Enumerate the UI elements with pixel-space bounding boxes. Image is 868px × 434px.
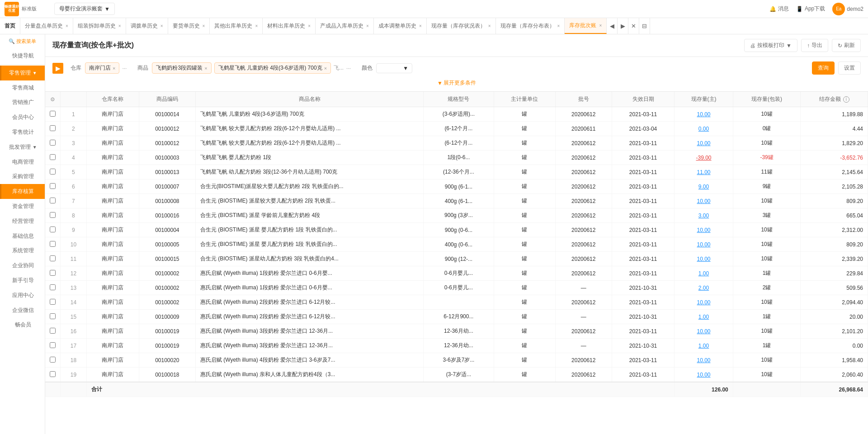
tab-menu-btn[interactable]: ⊟: [639, 18, 650, 34]
sidebar-item-operations[interactable]: 经营管理: [0, 214, 45, 229]
more-products-ellipsis[interactable]: ···: [346, 65, 351, 71]
notifications-btn[interactable]: 🔔 消息: [769, 5, 789, 13]
tab-home[interactable]: 首页: [0, 18, 20, 34]
close-icon[interactable]: ×: [160, 24, 163, 28]
row-stock-main[interactable]: 10.00: [675, 368, 733, 382]
row-checkbox[interactable]: [45, 165, 61, 179]
sidebar-search[interactable]: 🔍 搜索菜单: [0, 34, 45, 48]
row-checkbox[interactable]: [45, 237, 61, 252]
nav-arrow-btn[interactable]: ▶: [52, 63, 63, 74]
row-stock-main[interactable]: 10.00: [675, 136, 733, 151]
row-checkbox[interactable]: [45, 324, 61, 339]
color-dropdown[interactable]: ▼: [376, 63, 412, 73]
remove-product2-icon[interactable]: ×: [324, 66, 327, 71]
row-stock-main[interactable]: 9.00: [675, 179, 733, 194]
row-checkbox[interactable]: [45, 339, 61, 353]
row-checkbox[interactable]: [45, 194, 61, 208]
remove-product1-icon[interactable]: ×: [204, 66, 207, 71]
row-stock-main[interactable]: 2.00: [675, 281, 733, 295]
remove-warehouse-icon[interactable]: ×: [113, 66, 115, 71]
sidebar-item-retail-stats[interactable]: 零售统计: [0, 125, 45, 140]
org-selector[interactable]: 母婴行业演示账套 ▼: [54, 3, 115, 15]
tab-product-in[interactable]: 产成品入库单历史 ×: [316, 18, 374, 34]
tab-next-btn[interactable]: ▶: [618, 18, 628, 34]
expand-conditions-btn[interactable]: ▼ 展开更多条件: [437, 79, 476, 87]
query-btn[interactable]: 查询: [812, 61, 835, 75]
tab-requisition[interactable]: 要货单历史 ×: [168, 18, 210, 34]
row-checkbox[interactable]: [45, 310, 61, 324]
tab-adjust[interactable]: 调拨单历史 ×: [126, 18, 168, 34]
row-checkbox[interactable]: [45, 151, 61, 165]
row-stock-main[interactable]: 1.00: [675, 266, 733, 281]
row-stock-main[interactable]: 1.00: [675, 339, 733, 353]
row-checkbox[interactable]: [45, 223, 61, 237]
row-checkbox[interactable]: [45, 179, 61, 194]
print-btn[interactable]: 🖨 按模板打印 ▼: [744, 39, 797, 52]
settings-btn[interactable]: 设置: [838, 61, 861, 75]
row-stock-main[interactable]: -39.00: [675, 151, 733, 165]
settings-icon[interactable]: ⚙: [50, 96, 55, 103]
row-stock-main[interactable]: 10.00: [675, 194, 733, 208]
row-checkbox[interactable]: [45, 353, 61, 368]
balance-info-icon[interactable]: i: [843, 96, 849, 103]
row-checkbox[interactable]: [45, 281, 61, 295]
sidebar-item-retail-shop[interactable]: 零售商城: [0, 80, 45, 95]
close-icon[interactable]: ×: [557, 24, 560, 28]
tab-material-out[interactable]: 材料出库单历史 ×: [263, 18, 316, 34]
product-tag-1[interactable]: 飞鹤奶粉3段四罐装 ×: [152, 62, 211, 74]
close-icon[interactable]: ×: [203, 24, 205, 28]
sidebar-item-finance[interactable]: 资金管理: [0, 199, 45, 214]
row-stock-main[interactable]: 3.00: [675, 208, 733, 223]
row-stock-main[interactable]: 10.00: [675, 223, 733, 237]
tab-prev-btn[interactable]: ◀: [607, 18, 618, 34]
row-stock-main[interactable]: 10.00: [675, 353, 733, 368]
more-products[interactable]: 飞...: [334, 64, 344, 72]
sidebar-item-retail[interactable]: 零售管理 ▼: [0, 66, 45, 80]
row-stock-main[interactable]: 1.00: [675, 310, 733, 324]
close-icon[interactable]: ×: [255, 24, 258, 28]
close-icon[interactable]: ×: [66, 24, 68, 28]
tab-batch-ledger[interactable]: 库存批次账 ×: [565, 18, 607, 34]
row-checkbox[interactable]: [45, 266, 61, 281]
row-checkbox[interactable]: [45, 295, 61, 310]
sidebar-item-wholesale[interactable]: 批发管理 ▼: [0, 140, 45, 155]
sidebar-item-purchase[interactable]: 采购管理: [0, 169, 45, 184]
row-stock-main[interactable]: 10.00: [675, 237, 733, 252]
close-icon[interactable]: ×: [599, 23, 602, 28]
app-download-btn[interactable]: 📱 App下载: [796, 5, 825, 13]
close-icon[interactable]: ×: [419, 24, 422, 28]
sidebar-item-enterprise-wechat[interactable]: 企业微信: [0, 303, 45, 318]
sidebar-item-member-card[interactable]: 畅会员: [0, 317, 45, 332]
close-icon[interactable]: ×: [308, 24, 311, 28]
tab-disassemble[interactable]: 组装拆卸单历史 ×: [73, 18, 126, 34]
close-icon[interactable]: ×: [118, 24, 121, 28]
row-stock-main[interactable]: 0.00: [675, 122, 733, 136]
close-icon[interactable]: ×: [488, 24, 491, 28]
export-btn[interactable]: ↑ 导出: [801, 39, 828, 52]
sidebar-item-quick-nav[interactable]: 快捷导航: [0, 48, 45, 63]
tab-close-all-btn[interactable]: ✕: [628, 18, 639, 34]
tab-split-inventory[interactable]: 分量盘点单历史 ×: [20, 18, 73, 34]
tab-other-out[interactable]: 其他出库单历史 ×: [210, 18, 263, 34]
row-checkbox[interactable]: [45, 368, 61, 382]
row-stock-main[interactable]: 11.00: [675, 165, 733, 179]
warehouse-tag[interactable]: 南岸门店 ×: [85, 62, 119, 74]
sidebar-item-app-center[interactable]: 应用中心: [0, 288, 45, 303]
sidebar-item-marketing[interactable]: 营销推广: [0, 95, 45, 110]
row-checkbox[interactable]: [45, 136, 61, 151]
close-icon[interactable]: ×: [366, 24, 369, 28]
row-stock-main[interactable]: 10.00: [675, 252, 733, 266]
row-stock-main[interactable]: 10.00: [675, 107, 733, 122]
sidebar-item-guide[interactable]: 新手引导: [0, 273, 45, 288]
tab-stock-status[interactable]: 现存量（库存状况表） ×: [427, 18, 496, 34]
sidebar-item-member[interactable]: 会员中心: [0, 110, 45, 125]
sidebar-item-ecommerce[interactable]: 电商管理: [0, 155, 45, 170]
row-stock-main[interactable]: 10.00: [675, 295, 733, 310]
product-tag-2[interactable]: 飞鹤星飞帆 儿童奶粉 4段(3-6岁适用) 700克 ×: [214, 62, 331, 74]
user-profile[interactable]: Ea demo2: [832, 3, 863, 15]
tab-stock-dist[interactable]: 现存量（库存分布表） ×: [496, 18, 565, 34]
sidebar-item-system[interactable]: 系统管理: [0, 243, 45, 258]
tab-cost-adjust[interactable]: 成本调整单历史 ×: [374, 18, 427, 34]
row-stock-main[interactable]: 10.00: [675, 324, 733, 339]
sidebar-item-basic[interactable]: 基础信息: [0, 229, 45, 244]
